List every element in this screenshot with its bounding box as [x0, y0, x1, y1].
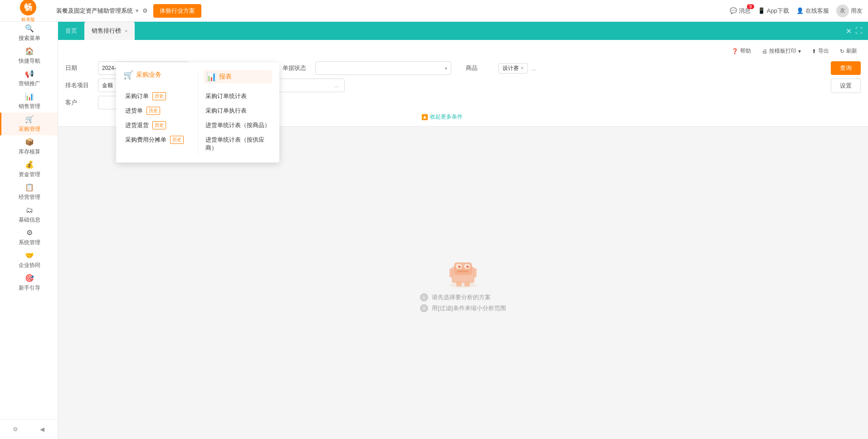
- sidebar-item-finance[interactable]: 💰 资金管理: [0, 158, 58, 181]
- report-title-icon: 📊: [206, 72, 216, 82]
- sidebar-item-enterprise[interactable]: 🤝 企业协同: [0, 249, 58, 271]
- status-input[interactable]: ▾: [315, 61, 451, 75]
- sidebar-bottom: ⚙ ◀: [0, 419, 58, 439]
- home-icon: 🏠: [25, 47, 34, 55]
- sidebar-item-nav[interactable]: 🏠 快捷导航: [0, 44, 58, 67]
- goods-dots[interactable]: ...: [530, 65, 538, 72]
- query-btn[interactable]: 查询: [831, 61, 861, 75]
- sidebar-item-marketing[interactable]: 📢 营销推广: [0, 67, 58, 90]
- guide-icon: 🎯: [25, 274, 34, 282]
- dropdown-item-purchase-expense[interactable]: 采购费用分摊单 历史: [123, 133, 192, 147]
- filter-toolbar: ❓ 帮助 🖨 按模板打印 ▾ ⬆ 导出 ↻ 刷新: [65, 45, 861, 57]
- print-dropdown-icon: ▾: [798, 48, 801, 54]
- online-service-btn[interactable]: 👤 在线客服: [796, 7, 829, 15]
- app-download-btn[interactable]: 📱 App下载: [758, 7, 789, 15]
- content-area: 首页 销售排行榜 × ✕ ⛶ ❓ 帮助: [58, 22, 868, 439]
- dropdown-report-title: 📊 报表: [204, 70, 273, 84]
- purchase-dropdown: 🛒 采购业务 采购订单 历史 进货单 历史 进货退货 历史: [116, 63, 279, 163]
- sales-icon: 📊: [25, 92, 34, 101]
- rank-label: 排名项目: [65, 81, 93, 89]
- system-dropdown-icon[interactable]: ▾: [136, 7, 139, 14]
- hint-item-1: ① 请先选择要分析的方案: [420, 293, 506, 301]
- refresh-btn[interactable]: ↻ 刷新: [836, 45, 861, 57]
- history-badge-2: 历史: [152, 121, 166, 129]
- sidebar: 🔍 搜索菜单 🏠 快捷导航 📢 营销推广 📊 销售管理 🛒 采购管理 📦: [0, 22, 58, 439]
- sidebar-item-purchase[interactable]: 🛒 采购管理: [0, 113, 58, 135]
- top-bar: 畅 标准版 装餐及固定资产辅助管理系统 ▾ ⚙ 体验行业方案 💬 消息 9 📱 …: [0, 0, 868, 22]
- dropdown-divider: [198, 70, 198, 155]
- dropdown-item-goods-stats[interactable]: 进货单统计表（按商品）: [204, 118, 273, 133]
- dropdown-item-order-exec[interactable]: 采购订单执行表: [204, 104, 273, 118]
- inventory-icon: 📦: [25, 138, 34, 146]
- print-icon: 🖨: [762, 48, 767, 54]
- tab-bar-right: ✕ ⛶: [846, 27, 868, 35]
- sidebar-item-system[interactable]: ⚙ 系统管理: [0, 226, 58, 249]
- svg-rect-9: [473, 268, 477, 277]
- search-icon: 🔍: [25, 24, 34, 33]
- industry-btn[interactable]: 体验行业方案: [153, 4, 201, 18]
- user-btn[interactable]: 友 用友: [836, 5, 863, 17]
- dropdown-item-goods-return[interactable]: 进货退货 历史: [123, 118, 192, 133]
- history-badge-3: 历史: [170, 136, 184, 144]
- finance-icon: 💰: [25, 160, 34, 169]
- help-btn[interactable]: ❓ 帮助: [728, 45, 755, 57]
- operations-icon: 📋: [25, 183, 34, 192]
- system-title: 装餐及固定资产辅助管理系统: [56, 7, 133, 15]
- status-arrow-icon: ▾: [445, 66, 447, 71]
- sidebar-item-operations[interactable]: 📋 经营管理: [0, 181, 58, 203]
- settings-btn[interactable]: 设置: [831, 79, 861, 93]
- svg-rect-8: [449, 268, 453, 277]
- goods-area: 设计赛 × ...: [498, 63, 538, 74]
- sidebar-item-search[interactable]: 🔍 搜索菜单: [0, 22, 58, 44]
- dropdown-item-purchase-order[interactable]: 采购订单 历史: [123, 89, 192, 104]
- export-btn[interactable]: ⬆ 导出: [808, 45, 833, 57]
- collapse-btn[interactable]: 🔼 收起更多条件: [421, 113, 463, 121]
- empty-illustration: [440, 253, 486, 290]
- sidebar-item-sales[interactable]: 📊 销售管理: [0, 90, 58, 113]
- print-btn[interactable]: 🖨 按模板打印 ▾: [758, 45, 805, 57]
- sidebar-item-inventory[interactable]: 📦 库存核算: [0, 135, 58, 158]
- system-settings-icon[interactable]: ⚙: [142, 7, 148, 14]
- export-icon: ⬆: [812, 48, 816, 54]
- sidebar-settings-btn[interactable]: ⚙: [4, 423, 27, 435]
- tab-home[interactable]: 首页: [58, 22, 84, 40]
- purchase-title-icon: 🛒: [123, 70, 133, 80]
- goods-tag: 设计赛 ×: [498, 63, 528, 74]
- date-label: 日期: [65, 64, 93, 72]
- message-btn[interactable]: 💬 消息 9: [730, 7, 751, 15]
- system-title-area: 装餐及固定资产辅助管理系统 ▾ ⚙ 体验行业方案: [51, 4, 730, 18]
- svg-rect-10: [456, 282, 462, 286]
- purchase-icon: 🛒: [25, 115, 34, 123]
- dropdown-item-goods-in[interactable]: 进货单 历史: [123, 104, 192, 118]
- dropdown-item-order-stats[interactable]: 采购订单统计表: [204, 89, 273, 104]
- phone-icon: 📱: [758, 7, 765, 14]
- action-right: 查询 设置: [831, 61, 861, 93]
- goods-tag-close[interactable]: ×: [521, 65, 524, 71]
- sidebar-collapse-btn[interactable]: ◀: [31, 423, 54, 435]
- svg-rect-11: [464, 282, 470, 286]
- message-badge: 9: [747, 4, 754, 9]
- hint-num-1: ①: [420, 293, 428, 301]
- sidebar-item-guide[interactable]: 🎯 新手引导: [0, 271, 58, 294]
- app-container: 畅 标准版 装餐及固定资产辅助管理系统 ▾ ⚙ 体验行业方案 💬 消息 9 📱 …: [0, 0, 868, 439]
- tab-close-btn[interactable]: ✕: [846, 27, 852, 35]
- top-bar-right: 💬 消息 9 📱 App下载 👤 在线客服 友 用友: [730, 5, 863, 17]
- tab-sales-ranking[interactable]: 销售排行榜 ×: [84, 22, 135, 40]
- tab-expand-btn[interactable]: ⛶: [855, 27, 863, 35]
- history-badge-1: 历史: [146, 107, 160, 115]
- tab-close-icon[interactable]: ×: [125, 28, 127, 34]
- svg-rect-7: [458, 271, 468, 272]
- service-icon: 👤: [796, 7, 804, 14]
- logo-area: 畅 标准版: [5, 0, 51, 23]
- svg-rect-5: [458, 266, 461, 268]
- salesperson-dots[interactable]: ...: [332, 82, 341, 89]
- sidebar-item-basic[interactable]: 🗂 基础信息: [0, 203, 58, 226]
- main-area: 🔍 搜索菜单 🏠 快捷导航 📢 营销推广 📊 销售管理 🛒 采购管理 📦: [0, 22, 868, 439]
- refresh-icon: ↻: [840, 48, 844, 54]
- hint-num-2: ②: [420, 304, 428, 312]
- avatar: 友: [836, 5, 849, 17]
- status-label: 单据状态: [283, 64, 310, 72]
- history-badge-0: 历史: [152, 92, 166, 100]
- customer-label: 客户: [65, 99, 93, 107]
- dropdown-item-supplier-stats[interactable]: 进货单统计表（按供应商）: [204, 133, 273, 155]
